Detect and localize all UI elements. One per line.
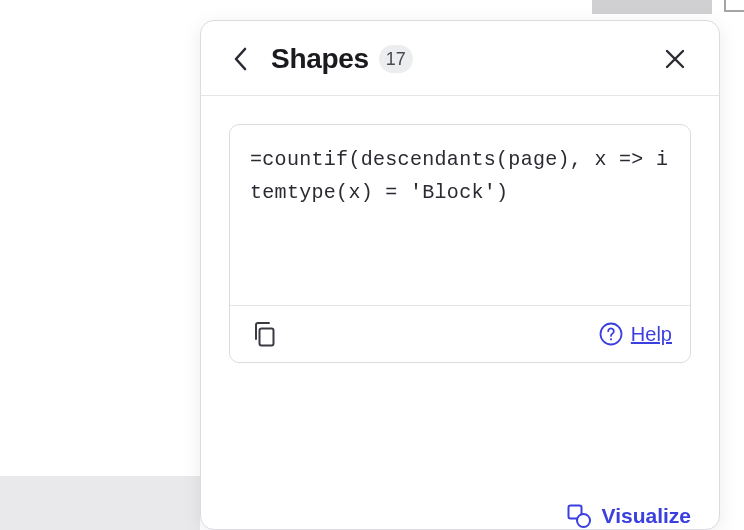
close-button[interactable] [657,41,693,77]
shapes-icon [566,503,592,529]
visualize-button[interactable]: Visualize [566,503,692,529]
svg-point-2 [610,338,612,340]
panel-title: Shapes [271,43,369,75]
close-icon [664,48,686,70]
shapes-panel: Shapes 17 =countif(descendants(page), x … [200,20,720,530]
help-icon [599,322,623,346]
formula-toolbar: Help [230,305,690,362]
background-tab-strip [592,0,712,14]
back-button[interactable] [223,41,259,77]
background-bottom-strip [0,476,200,530]
visualize-row: Visualize [201,483,719,529]
count-badge: 17 [379,45,413,73]
help-label: Help [631,323,672,346]
background-corner-decoration [724,0,744,12]
copy-button[interactable] [248,318,280,350]
help-link[interactable]: Help [599,322,672,346]
svg-point-4 [577,514,590,527]
formula-box: =countif(descendants(page), x => itemtyp… [229,124,691,363]
panel-header: Shapes 17 [201,21,719,96]
formula-input[interactable]: =countif(descendants(page), x => itemtyp… [230,125,690,305]
panel-body: =countif(descendants(page), x => itemtyp… [201,96,719,483]
copy-icon [252,321,276,347]
svg-rect-0 [260,329,274,346]
visualize-label: Visualize [602,504,692,528]
chevron-left-icon [233,46,249,72]
